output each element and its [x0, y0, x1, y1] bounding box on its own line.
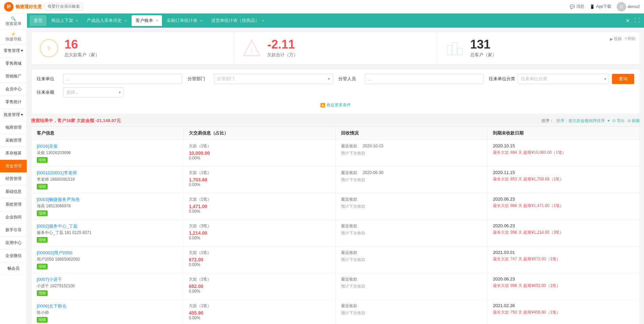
stat-icon-3	[444, 37, 466, 59]
debt-amount-5[interactable]: 672.00	[189, 257, 330, 262]
sidebar-item-basic-info[interactable]: 基础信息	[0, 185, 27, 198]
sidebar-search[interactable]: 🔍 搜索菜单	[0, 13, 27, 30]
user-profile-btn[interactable]: D demo2	[617, 2, 640, 11]
overdue-date-3: 2020.06.23	[493, 197, 634, 202]
tab-close-product-offline[interactable]: ×	[76, 19, 78, 23]
video-help-btn[interactable]: ▶ 视频	[610, 36, 622, 42]
td-debt-6: 欠款（1笔） 652.00 0.00%	[184, 273, 336, 299]
customer-name-1[interactable]: [0016]吴俊	[37, 143, 178, 149]
dept-select[interactable]: 分管部门 ▾	[214, 74, 333, 84]
sidebar-item-retail-mgmt[interactable]: 零售管理 ▾	[0, 45, 27, 57]
from-unit-input[interactable]: ...	[63, 74, 182, 84]
sidebar-item-system[interactable]: 系统管理	[0, 198, 27, 211]
unit-type-select[interactable]: 往来单位分类 ▾	[518, 74, 609, 84]
tab-expand-btn[interactable]: ⛶	[633, 17, 641, 24]
collapse-filters-btn[interactable]: 🔼 收起更多条件	[37, 101, 634, 109]
svg-rect-4	[447, 46, 452, 55]
content-area: 首页 商品上下架 × 产成品入库单历史 × 客户账本 × 采购订单统计表 ×	[27, 13, 644, 324]
balance-select[interactable]: 选择... ▾	[63, 87, 124, 97]
customer-name-7[interactable]: [0006]去下粮仓	[37, 303, 178, 309]
overdue-link-7[interactable]: 超期¥455.90（1笔）	[523, 310, 560, 315]
debt-amount-6[interactable]: 652.00	[189, 284, 330, 289]
debt-percent-6: 0.00%	[189, 289, 330, 294]
sidebar-item-member2[interactable]: 畅会员	[0, 262, 27, 275]
customer-name-5[interactable]: [000002]用户2050	[37, 250, 178, 256]
overdue-link-3[interactable]: 超期¥1,471.00（1笔）	[523, 203, 564, 208]
overdue-days-3: 最长欠款 998 天 超期¥1,471.00（1笔）	[493, 203, 634, 209]
sidebar-item-label: 零售统计	[5, 99, 22, 105]
sidebar-item-wechat[interactable]: 企业微信	[0, 249, 27, 262]
table-row: [0016]吴俊 吴俊 13026203696 现销 欠款（1笔） 10,000…	[31, 140, 640, 167]
sidebar-item-apps[interactable]: 应用中心	[0, 237, 27, 249]
app-download-btn[interactable]: 📱 App下载	[590, 4, 611, 9]
sidebar-item-retail-stats[interactable]: 零售统计	[0, 96, 27, 109]
tab-product-offline[interactable]: 商品上下架 ×	[47, 15, 82, 26]
tab-close-customer-account[interactable]: ×	[156, 19, 158, 23]
message-btn[interactable]: 💬 消息	[570, 4, 584, 9]
customer-name-4[interactable]: [0002]服务中心_丁磊	[37, 223, 178, 229]
sidebar-item-label: 资金管理	[5, 163, 22, 169]
table-row: [0007]小进干 小进干 18279152100 现销 欠款（1笔） 652.…	[31, 273, 640, 300]
tab-close-purchase-order[interactable]: ×	[200, 19, 202, 23]
sidebar-item-marketing[interactable]: 营销推广	[0, 70, 27, 83]
table-row: [0006]去下粮仓 陈小帅 现销 欠款（1笔） 455.90 0.00% 最近…	[31, 300, 640, 324]
help-btn[interactable]: ? 帮助	[624, 36, 636, 42]
tab-close-all-btn[interactable]: ✕	[624, 17, 631, 25]
customer-name-2[interactable]: [0001020001]李老师	[37, 170, 178, 176]
top-bar: 好 畅捷通好生意 母婴行业演示账套 💬 消息 📱 App下载 D demo2	[0, 0, 644, 13]
tab-purchase-order[interactable]: 采购订单统计表 ×	[163, 15, 206, 26]
overdue-link-2[interactable]: 超期¥1,703.68（1笔）	[523, 177, 564, 181]
overdue-date-2: 2020.11.15	[493, 170, 634, 175]
tab-product-history[interactable]: 产成品入库单历史 ×	[83, 15, 131, 26]
tab-close-stock-stats[interactable]: ×	[262, 19, 264, 23]
search-button[interactable]: 查询	[612, 74, 634, 84]
sidebar-item-operations[interactable]: 经营管理	[0, 173, 27, 185]
overdue-link-4[interactable]: 超期¥1,214.00（3笔）	[523, 230, 564, 235]
refresh-btn[interactable]: ⊙ 刷新	[627, 118, 640, 124]
stat-number-1: 16	[64, 38, 100, 51]
sidebar-quick-nav[interactable]: ⚡ 快捷导航	[0, 30, 27, 45]
tab-close-product-history[interactable]: ×	[124, 19, 127, 23]
next-payment-3: 预计下次收款	[341, 204, 482, 209]
debt-amount-7[interactable]: 455.90	[189, 310, 330, 316]
customer-name-3[interactable]: [0003]畅捷服务尹海燕	[37, 197, 178, 203]
debt-amount-1[interactable]: 10,000.00	[189, 150, 330, 156]
debt-amount-2[interactable]: 1,703.68	[189, 177, 330, 182]
sidebar-item-inventory[interactable]: 库存核算	[0, 147, 27, 160]
overdue-days-1: 最长欠款 884 天 超期¥10,000.00（1笔）	[493, 150, 634, 155]
sidebar-item-ecommerce[interactable]: 电商管理	[0, 121, 27, 134]
overdue-link-5[interactable]: 超期¥672.00（1笔）	[523, 257, 560, 261]
overdue-link-1[interactable]: 超期¥10,000.00（1笔）	[523, 150, 566, 155]
sort-btn[interactable]: 排序：按欠款金额倒序排序	[556, 118, 605, 124]
sidebar-item-label: 营销推广	[5, 73, 22, 79]
overdue-link-6[interactable]: 超期¥652.00（1笔）	[523, 283, 560, 288]
tab-home-label: 首页	[34, 18, 43, 24]
filter-row-2: 往来余额 选择... ▾	[37, 87, 634, 97]
sidebar-item-enterprise[interactable]: 企业协同	[0, 211, 27, 224]
tab-customer-account[interactable]: 客户账本 ×	[132, 15, 162, 26]
customer-phone-3: 海燕 18513066976	[37, 203, 178, 209]
tab-stock-stats[interactable]: 进货单统计表（按商品） ×	[207, 15, 268, 26]
tab-home[interactable]: 首页	[30, 15, 47, 26]
customer-tag-4: 现销	[37, 237, 48, 243]
stat-text-2: -2.11 欠款合计（万）	[267, 38, 298, 58]
debt-amount-4[interactable]: 1,214.00	[189, 230, 330, 236]
tab-bar: 首页 商品上下架 × 产成品入库单历史 × 客户账本 × 采购订单统计表 ×	[27, 13, 644, 28]
export-btn[interactable]: ⊙ 导出	[612, 118, 625, 124]
td-customer-4: [0002]服务中心_丁磊 服务中心_丁磊 181 0125 8371 现销	[31, 220, 184, 246]
customer-phone-7: 陈小帅	[37, 310, 178, 316]
store-name[interactable]: 母婴行业演示账套	[45, 3, 83, 10]
debt-percent-3: 0.00%	[189, 209, 330, 214]
sidebar-item-finance[interactable]: 资金管理	[0, 160, 27, 173]
top-bar-right: 💬 消息 📱 App下载 D demo2	[570, 2, 640, 11]
manager-input[interactable]: ...	[365, 74, 484, 84]
debt-amount-3[interactable]: 1,471.00	[189, 204, 330, 209]
td-overdue-2: 2020.11.15 最长欠款 853 天 超期¥1,703.68（1笔）	[487, 167, 640, 193]
sidebar-item-batch-mgmt[interactable]: 批发管理 ▾	[0, 109, 27, 121]
customer-name-6[interactable]: [0007]小进干	[37, 276, 178, 283]
sidebar-item-new-guide[interactable]: 新手引导	[0, 224, 27, 237]
sidebar-item-retail-mall[interactable]: 零售商城	[0, 57, 27, 70]
sidebar-item-purchase[interactable]: 采购管理	[0, 134, 27, 147]
sidebar-item-member[interactable]: 会员中心	[0, 83, 27, 96]
td-overdue-3: 2020.06.23 最长欠款 998 天 超期¥1,471.00（1笔）	[487, 193, 640, 219]
